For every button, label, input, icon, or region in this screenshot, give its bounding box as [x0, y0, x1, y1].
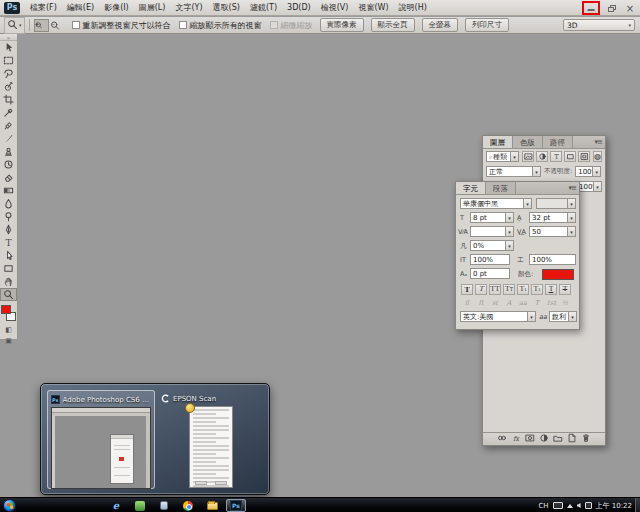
panel-menu-icon[interactable]: ▾≡ [595, 138, 602, 146]
gradient-tool[interactable] [0, 184, 17, 197]
font-size-field[interactable]: 8 pt▾ [470, 212, 514, 223]
shape-filter-icon[interactable] [564, 151, 576, 162]
layer-filter-dropdown[interactable]: ⌕ 種類 ▾ [486, 151, 519, 162]
dodge-tool[interactable] [0, 210, 17, 223]
tab-段落[interactable]: 段落 [486, 182, 516, 194]
opentype-button-7[interactable]: ½ [559, 298, 571, 309]
zoom-out-button[interactable]: – [49, 19, 64, 32]
language-indicator[interactable]: CH [538, 502, 548, 510]
proportional-spacing-field[interactable]: 0%▾ [470, 240, 514, 251]
taskbar-app-internet-explorer[interactable]: e [106, 499, 126, 512]
tab-色版[interactable]: 色版 [513, 136, 543, 148]
keyboard-icon[interactable] [553, 502, 563, 509]
new-layer-icon[interactable] [567, 433, 577, 445]
option-checkbox-1[interactable]: 縮放顯示所有的視窗 [179, 20, 262, 31]
opentype-button-3[interactable]: A [503, 298, 515, 309]
filter-toggle-icon[interactable]: ◍ [593, 151, 602, 162]
font-style-dropdown[interactable]: ▾ [536, 198, 576, 209]
panel-menu-icon[interactable]: ▾≡ [569, 184, 576, 192]
taskbar-app-file-explorer[interactable] [202, 499, 222, 512]
adjustment-icon[interactable] [539, 433, 549, 445]
horizontal-scale-field[interactable]: 100% [529, 254, 576, 265]
option-checkbox-0[interactable]: 重新調整視窗尺寸以符合 [72, 20, 171, 31]
minimize-button[interactable] [585, 3, 597, 13]
opentype-button-5[interactable]: T [531, 298, 543, 309]
small-caps-button[interactable]: TT [503, 284, 515, 295]
opentype-button-4[interactable]: aa [517, 298, 529, 309]
vertical-scale-field[interactable]: 100% [470, 254, 510, 265]
adjustment-filter-icon[interactable] [536, 151, 548, 162]
clone-stamp-tool[interactable] [0, 145, 17, 158]
font-family-dropdown[interactable]: 華康儷中黑 ▾ [460, 198, 532, 209]
toolbar-collapse-icon[interactable]: » [0, 34, 17, 41]
type-filter-icon[interactable]: T [550, 151, 562, 162]
shape-tool[interactable] [0, 262, 17, 275]
quick-mask-button[interactable]: ◧ [0, 324, 17, 335]
start-button[interactable] [3, 499, 16, 512]
taskbar-app-media-app[interactable] [130, 499, 150, 512]
option-button-全螢幕[interactable]: 全螢幕 [422, 18, 459, 32]
pen-tool[interactable] [0, 223, 17, 236]
tab-圖層[interactable]: 圖層 [483, 136, 513, 148]
all-caps-button[interactable]: TT [489, 284, 501, 295]
language-dropdown[interactable]: 英文:美國▾ [460, 311, 536, 322]
photoshop-thumbnail[interactable] [51, 407, 151, 489]
option-button-顯示全頁[interactable]: 顯示全頁 [371, 18, 415, 32]
option-button-實際像素[interactable]: 實際像素 [320, 18, 364, 32]
anti-alias-dropdown[interactable]: 銳利▾ [549, 311, 577, 322]
lasso-tool[interactable] [0, 67, 17, 80]
opacity-dropdown[interactable]: 100% ▾ [575, 166, 601, 177]
taskbar-app-photoshop[interactable]: Ps [226, 499, 246, 512]
eyedropper-tool[interactable] [0, 106, 17, 119]
menu-檢視V[interactable]: 檢視(V) [316, 0, 354, 15]
menu-影像I[interactable]: 影像(I) [99, 0, 134, 15]
taskbar-clock[interactable]: 上午 10:22 [596, 501, 632, 511]
menu-圖層L[interactable]: 圖層(L) [134, 0, 171, 15]
zoom-in-button[interactable]: + [34, 19, 49, 32]
faux-italic-button[interactable]: T [475, 284, 487, 295]
speaker-icon[interactable] [577, 503, 581, 508]
path-selection-tool[interactable] [0, 249, 17, 262]
brush-tool[interactable] [0, 132, 17, 145]
preview-photoshop[interactable]: Ps Adobe Photoshop CS6 Exten... [47, 390, 155, 489]
quick-selection-tool[interactable] [0, 80, 17, 93]
group-icon[interactable] [553, 433, 563, 445]
marquee-tool[interactable] [0, 54, 17, 67]
opentype-button-6[interactable]: 1st [545, 298, 557, 309]
epson-scan-thumbnail[interactable] [189, 406, 233, 488]
blend-mode-dropdown[interactable]: 正常 ▾ [486, 166, 541, 177]
menu-視窗W[interactable]: 視窗(W) [353, 0, 393, 15]
baseline-shift-field[interactable]: 0 pt [470, 268, 510, 279]
move-tool[interactable] [0, 41, 17, 54]
restore-button[interactable] [606, 3, 618, 13]
leading-field[interactable]: 32 pt▾ [529, 212, 576, 223]
menu-說明H[interactable]: 說明(H) [394, 0, 432, 15]
zoom-tool[interactable] [0, 288, 17, 301]
tracking-field[interactable]: 50▾ [529, 226, 576, 237]
crop-tool[interactable] [0, 93, 17, 106]
tab-字元[interactable]: 字元 [456, 182, 486, 194]
hand-tool[interactable] [0, 275, 17, 288]
network-icon[interactable] [585, 502, 592, 509]
history-brush-tool[interactable] [0, 158, 17, 171]
menu-編輯E[interactable]: 編輯(E) [62, 0, 99, 15]
superscript-button[interactable]: T1 [517, 284, 529, 295]
healing-brush-tool[interactable] [0, 119, 17, 132]
eraser-tool[interactable] [0, 171, 17, 184]
screen-mode-button[interactable]: ▣ [0, 335, 17, 346]
kerning-field[interactable]: ▾ [470, 226, 514, 237]
opentype-button-2[interactable]: st [489, 298, 501, 309]
tool-preset-picker[interactable]: ▾ [4, 17, 25, 34]
type-tool[interactable]: T [0, 236, 17, 249]
smart-object-filter-icon[interactable] [578, 151, 590, 162]
taskbar-app-chrome[interactable] [178, 499, 198, 512]
close-button[interactable]: × [624, 3, 636, 13]
tab-路徑[interactable]: 路徑 [543, 136, 573, 148]
option-button-列印尺寸[interactable]: 列印尺寸 [465, 18, 509, 32]
underline-button[interactable]: T [545, 284, 557, 295]
preview-epson-scan[interactable]: EPSON Scan [158, 390, 266, 489]
strikethrough-button[interactable]: T [559, 284, 571, 295]
opentype-button-1[interactable]: ſt [475, 298, 487, 309]
blur-tool[interactable] [0, 197, 17, 210]
faux-bold-button[interactable]: T [461, 284, 473, 295]
